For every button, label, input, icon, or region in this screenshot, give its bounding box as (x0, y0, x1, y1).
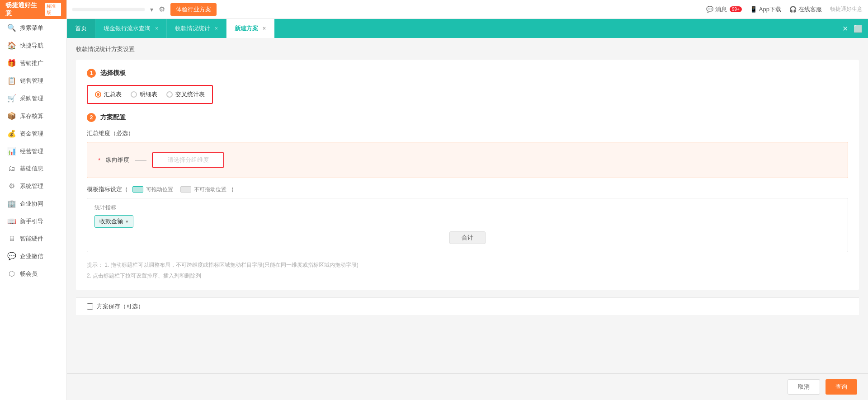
config-section: 汇总维度（必选） * 纵向维度 —— 请选择分组维度 模板指标设定（ (87, 129, 848, 281)
legend-draggable: 可拖动位置 (132, 186, 173, 193)
tab-stats-close-icon[interactable]: × (215, 25, 218, 32)
main-area: ▾ ⚙ 体验行业方案 💬 消息 99+ 📱 App下载 🎧 在线客服 畅捷通好生… (67, 0, 868, 400)
tabbar: 首页 现金银行流水查询 × 收款情况统计 × 新建方案 × ✕ ⬜ (67, 19, 868, 38)
metrics-header: 模板指标设定（ 可拖动位置 不可拖动位置 ） (87, 185, 848, 193)
radio-summary-label: 汇总表 (104, 90, 122, 99)
metrics-tags: 收款金额 ▾ (94, 215, 840, 228)
gear-icon[interactable]: ⚙ (159, 5, 165, 14)
vertical-dimension-label: 纵向维度 (106, 156, 129, 164)
purchase-icon: 🛒 (7, 94, 16, 103)
topbar-dropdown-button[interactable]: ▾ (150, 6, 153, 13)
newbie-icon: 📖 (7, 217, 16, 226)
undraggable-label: 不可拖动位置 (194, 186, 226, 193)
sidebar-item-search-menu[interactable]: 🔍 搜索菜单 (0, 19, 66, 37)
stats-group-label: 统计指标 (94, 204, 840, 212)
sidebar-item-system[interactable]: ⚙ 系统管理 (0, 177, 66, 195)
legend-undraggable: 不可拖动位置 (180, 186, 226, 193)
radio-cross-label: 交叉统计表 (175, 90, 205, 99)
tip-text-2: 2. 点击标题栏下拉可设置排序、插入列和删除列 (87, 270, 201, 281)
tab-new[interactable]: 新建方案 × (226, 19, 274, 38)
dimension-select[interactable]: 请选择分组维度 (152, 152, 224, 168)
arrow-icon: —— (135, 157, 146, 164)
sidebar-item-enterprise[interactable]: 🏢 企业协同 (0, 195, 66, 212)
sidebar-item-wechat[interactable]: 💬 企业微信 (0, 247, 66, 265)
tab-bank-label: 现金银行流水查询 (104, 24, 151, 33)
tab-bank[interactable]: 现金银行流水查询 × (95, 19, 167, 38)
step1-number: 1 (87, 69, 96, 78)
radio-summary-circle (95, 91, 101, 98)
sidebar-item-hardware[interactable]: 🖥 智能硬件 (0, 230, 66, 247)
metric-tag-payment[interactable]: 收款金额 ▾ (94, 215, 133, 228)
close-window-icon[interactable]: ✕ (842, 24, 848, 33)
hardware-icon: 🖥 (7, 235, 16, 243)
enterprise-icon: 🏢 (7, 199, 16, 208)
sidebar-item-label: 销售管理 (20, 77, 43, 85)
query-button[interactable]: 查询 (826, 379, 857, 395)
download-icon: 📱 (750, 6, 757, 13)
draggable-box (132, 186, 143, 193)
sidebar-item-label: 智能硬件 (20, 235, 43, 243)
message-item[interactable]: 💬 消息 99+ (706, 5, 742, 14)
sidebar-item-label: 系统管理 (20, 182, 43, 190)
sidebar-item-quick-nav[interactable]: 🏠 快捷导航 (0, 37, 66, 54)
draggable-label: 可拖动位置 (146, 186, 173, 193)
operations-icon: 📊 (7, 147, 16, 155)
cancel-button[interactable]: 取消 (788, 379, 820, 395)
sidebar-logo: 畅捷通好生意 标准版 (0, 0, 66, 19)
dimension-section-label: 汇总维度（必选） (87, 129, 848, 137)
gift-icon: 🎁 (7, 59, 16, 67)
sidebar-item-basic-info[interactable]: 🗂 基础信息 (0, 160, 66, 177)
service-label: 在线客服 (798, 5, 822, 14)
download-label: App下载 (759, 5, 781, 14)
sidebar-item-label: 企业协同 (20, 200, 43, 208)
maximize-icon[interactable]: ⬜ (854, 24, 863, 33)
radio-detail[interactable]: 明细表 (131, 90, 157, 99)
dimension-row: * 纵向维度 —— 请选择分组维度 (98, 152, 224, 168)
sidebar-item-label: 营销推广 (20, 59, 43, 67)
step1-header: 1 选择模板 (87, 69, 848, 78)
required-mark: * (98, 157, 100, 164)
sidebar-item-label: 搜索菜单 (20, 24, 43, 32)
sidebar-item-purchase[interactable]: 🛒 采购管理 (0, 89, 66, 107)
sidebar-item-label: 畅会员 (20, 270, 38, 278)
tab-new-close-icon[interactable]: × (263, 25, 266, 32)
metric-sub-row: 合计 (94, 231, 840, 244)
sidebar-item-label: 基础信息 (20, 165, 43, 173)
member-icon: ⬡ (7, 269, 16, 278)
topbar: ▾ ⚙ 体验行业方案 💬 消息 99+ 📱 App下载 🎧 在线客服 畅捷通好生… (67, 0, 868, 19)
logo-text: 畅捷通好生意 (5, 1, 42, 18)
sidebar-item-label: 库存核算 (20, 112, 43, 120)
industry-btn[interactable]: 体验行业方案 (170, 3, 217, 16)
sidebar-item-label: 资金管理 (20, 130, 43, 138)
sidebar-item-newbie[interactable]: 📖 新手引导 (0, 212, 66, 230)
save-checkbox[interactable] (87, 303, 93, 310)
sidebar-item-finance[interactable]: 💰 资金管理 (0, 125, 66, 142)
step2-title: 方案配置 (100, 113, 126, 122)
tab-stats[interactable]: 收款情况统计 × (167, 19, 226, 38)
sidebar-item-sales[interactable]: 📋 销售管理 (0, 72, 66, 89)
page-title: 收款情况统计方案设置 (76, 45, 859, 53)
step1-title: 选择模板 (100, 69, 126, 77)
sidebar-item-label: 采购管理 (20, 94, 43, 103)
step2-number: 2 (87, 113, 96, 122)
sidebar-item-inventory[interactable]: 📦 库存核算 (0, 107, 66, 125)
sales-icon: 📋 (7, 76, 16, 85)
template-options: 汇总表 明细表 交叉统计表 (87, 85, 213, 104)
sidebar-item-member[interactable]: ⬡ 畅会员 (0, 265, 66, 282)
service-icon: 🎧 (789, 6, 797, 13)
tab-home[interactable]: 首页 (67, 19, 95, 38)
tab-new-label: 新建方案 (235, 24, 258, 33)
message-badge: 99+ (730, 6, 742, 12)
radio-detail-label: 明细表 (140, 90, 157, 99)
service-item[interactable]: 🎧 在线客服 (789, 5, 822, 14)
sidebar-item-marketing[interactable]: 🎁 营销推广 (0, 54, 66, 72)
tab-bank-close-icon[interactable]: × (155, 25, 158, 32)
download-item[interactable]: 📱 App下载 (750, 5, 781, 14)
sidebar-item-label: 快捷导航 (20, 42, 43, 50)
wechat-icon: 💬 (7, 252, 16, 260)
message-label: 消息 (715, 5, 727, 14)
radio-cross[interactable]: 交叉统计表 (166, 90, 205, 99)
sidebar-item-operations[interactable]: 📊 经营管理 (0, 142, 66, 160)
tab-stats-label: 收款情况统计 (175, 24, 210, 33)
radio-summary[interactable]: 汇总表 (95, 90, 122, 99)
